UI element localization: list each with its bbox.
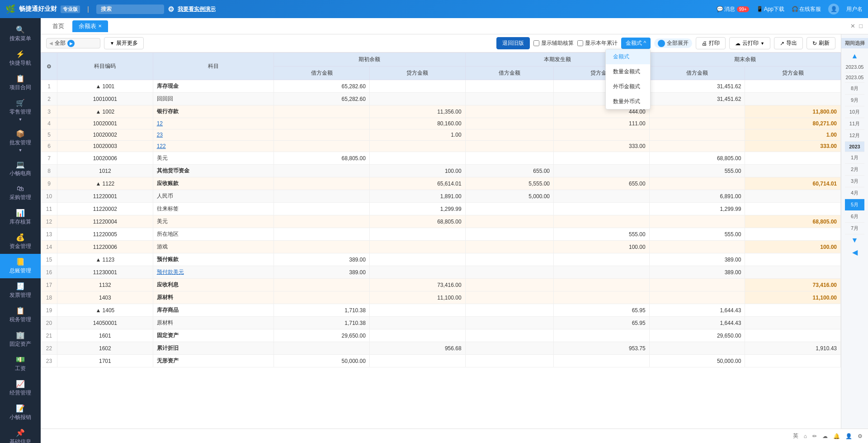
period-item[interactable]: 6月: [845, 211, 865, 223]
sidebar-item-operation[interactable]: 📈 经营管理: [0, 376, 41, 400]
sidebar-item-basic[interactable]: 📌 基础信息: [0, 425, 41, 443]
sidebar-item-report[interactable]: 📝 小畅报销: [0, 400, 41, 425]
table-row[interactable]: 710020006美元68,805.0068,805.00: [41, 152, 841, 165]
period-item[interactable]: 2023.05: [845, 62, 865, 72]
table-row[interactable]: 510020002231.001.00: [41, 129, 841, 141]
status-user[interactable]: 👤: [845, 433, 852, 439]
period-item[interactable]: 4月: [845, 187, 865, 199]
period-nav-down[interactable]: ▼: [849, 234, 860, 246]
right-arrow-icon[interactable]: ▶: [67, 40, 75, 47]
amount-type-btn[interactable]: 金额式 ^: [621, 38, 651, 49]
table-row[interactable]: 2014050001原材料1,710.3865.951,644.43: [41, 317, 841, 329]
sidebar-item-project[interactable]: 📋 项目合同: [0, 71, 41, 95]
table-row[interactable]: 1211220004美元68,805.0068,805.00: [41, 215, 841, 228]
sidebar-item-inventory[interactable]: 📊 库存核算: [0, 205, 41, 229]
sidebar-item-ecommerce[interactable]: 💻 小畅电商: [0, 157, 41, 181]
show-ytd-label[interactable]: 显示本年累计: [577, 39, 618, 47]
status-cloud[interactable]: ☁: [822, 433, 828, 439]
user-name[interactable]: 用户名: [846, 5, 863, 13]
refresh-btn[interactable]: ↻ 刷新: [807, 37, 835, 49]
show-auxiliary-check[interactable]: [533, 40, 539, 46]
table-row[interactable]: 210010001回回回65,282.6033,830.9831,451.62: [41, 93, 841, 105]
show-auxiliary-label[interactable]: 显示辅助核算: [533, 39, 574, 47]
table-row[interactable]: 1611230001预付款美元389.00389.00: [41, 266, 841, 279]
amount-type-option-0[interactable]: 金额式: [606, 49, 650, 64]
online-service-btn[interactable]: 🎧 在线客服: [792, 5, 821, 13]
sidebar-item-tax[interactable]: 📋 税务管理: [0, 303, 41, 327]
tab-home[interactable]: 首页: [46, 20, 71, 32]
tab-balance-close[interactable]: ✕: [98, 24, 102, 29]
sidebar-item-quicknav[interactable]: ⚡ 快捷导航: [0, 46, 41, 71]
amount-type-option-1[interactable]: 数量金额式: [606, 64, 650, 79]
period-item[interactable]: 1月: [845, 152, 865, 164]
status-english[interactable]: 英: [793, 432, 798, 440]
window-maximize[interactable]: □: [859, 23, 863, 29]
table-row[interactable]: 1111220002往来标签1,299.991,299.99: [41, 203, 841, 215]
col-gear[interactable]: ⚙: [41, 53, 57, 80]
period-item[interactable]: 2023: [845, 142, 865, 152]
sidebar-item-purchase[interactable]: 🛍 采购管理: [0, 181, 41, 205]
status-edit[interactable]: ✏: [812, 433, 817, 439]
period-item[interactable]: 11月: [845, 118, 865, 130]
export-btn[interactable]: ↗ 导出: [774, 37, 803, 49]
table-row[interactable]: 4100200011280,160.00111.0080,271.00: [41, 118, 841, 129]
period-nav-up[interactable]: ▲: [849, 50, 860, 62]
period-item[interactable]: 5月: [845, 199, 865, 211]
settings-icon[interactable]: ⚙: [168, 5, 174, 14]
table-row[interactable]: 171132应收利息73,416.0073,416.00: [41, 279, 841, 291]
sidebar-item-ledger[interactable]: 📒 总账管理: [0, 254, 41, 278]
table-row[interactable]: 211601固定资产29,650.0029,650.00: [41, 329, 841, 342]
amount-type-option-2[interactable]: 外币金额式: [606, 79, 650, 94]
table-row[interactable]: 181403原材料11,100.0011,100.00: [41, 291, 841, 304]
account-name-cell[interactable]: 23: [153, 129, 274, 141]
window-close[interactable]: ✕: [850, 23, 855, 29]
status-settings[interactable]: ⚙: [858, 433, 863, 439]
period-item[interactable]: 3月: [845, 176, 865, 187]
sidebar-item-search[interactable]: 🔍 搜索菜单: [0, 22, 41, 46]
account-name-cell[interactable]: 12: [153, 118, 274, 129]
demo-link[interactable]: 我要看实例演示: [178, 5, 216, 13]
period-item[interactable]: 7月: [845, 223, 865, 234]
sidebar-item-assets[interactable]: 🏢 固定资产: [0, 327, 41, 352]
period-item[interactable]: 10月: [845, 106, 865, 118]
table-row[interactable]: 81012其他货币资金100.00655.00555.00: [41, 165, 841, 177]
table-row[interactable]: 610020003122333.00333.00: [41, 141, 841, 152]
table-row[interactable]: 221602累计折旧956.68953.751,910.43: [41, 342, 841, 355]
search-bar[interactable]: 搜索: [96, 5, 164, 14]
period-item[interactable]: 12月: [845, 130, 865, 142]
table-row[interactable]: 9▲ 1122应收账款65,614.015,555.00655.0060,714…: [41, 177, 841, 190]
table-row[interactable]: 1411220006游戏100.00100.00: [41, 241, 841, 253]
sidebar-item-retail[interactable]: 🛒 零售管理 ▼: [0, 95, 41, 126]
search-box[interactable]: ◀ 全部 ▶: [46, 38, 100, 48]
sidebar-item-capital[interactable]: 💰 资金管理: [0, 229, 41, 254]
period-item[interactable]: 2月: [845, 164, 865, 176]
period-item[interactable]: 2023.05: [845, 72, 865, 83]
expand-all-toggle[interactable]: 全部展开: [654, 38, 692, 48]
user-avatar[interactable]: 👤: [828, 4, 839, 14]
cloud-print-btn[interactable]: ☁ 云打印 ▼: [729, 37, 770, 49]
period-collapse[interactable]: ◀: [852, 248, 858, 257]
account-name-cell[interactable]: 122: [153, 141, 274, 152]
period-item[interactable]: 9月: [845, 95, 865, 106]
table-row[interactable]: 1011220001人民币1,891.005,000.006,891.00: [41, 190, 841, 203]
amount-type-option-3[interactable]: 数量外币式: [606, 94, 650, 109]
return-old-btn[interactable]: 退回旧版: [496, 37, 530, 49]
app-download-btn[interactable]: 📱 App下载: [756, 5, 784, 13]
sidebar-item-payroll[interactable]: 💵 工资: [0, 352, 41, 376]
tab-balance[interactable]: 余额表 ✕: [72, 20, 108, 32]
table-row[interactable]: 1▲ 1001库存现金65,282.6033,830.9831,451.62: [41, 80, 841, 93]
table-row[interactable]: 19▲ 1405库存商品1,710.3865.951,644.43: [41, 304, 841, 317]
show-ytd-check[interactable]: [577, 40, 583, 46]
table-row[interactable]: 15▲ 1123预付账款389.00389.00: [41, 253, 841, 266]
table-row[interactable]: 231701无形资产50,000.0050,000.00: [41, 355, 841, 367]
status-home[interactable]: ⌂: [804, 433, 807, 439]
expand-more-btn[interactable]: ▼ 展开更多: [104, 37, 144, 49]
sidebar-item-invoice[interactable]: 🧾 发票管理: [0, 278, 41, 303]
period-item[interactable]: 8月: [845, 83, 865, 95]
table-row[interactable]: 1311220005所在地区555.00555.00: [41, 228, 841, 241]
print-btn[interactable]: 🖨 打印: [696, 37, 726, 49]
message-btn[interactable]: 💬 消息 99+: [717, 5, 749, 13]
status-notification[interactable]: 🔔: [833, 433, 840, 439]
table-row[interactable]: 3▲ 1002银行存款11,356.00444.0011,800.00: [41, 105, 841, 118]
sidebar-item-wholesale[interactable]: 📦 批发管理 ▼: [0, 126, 41, 157]
